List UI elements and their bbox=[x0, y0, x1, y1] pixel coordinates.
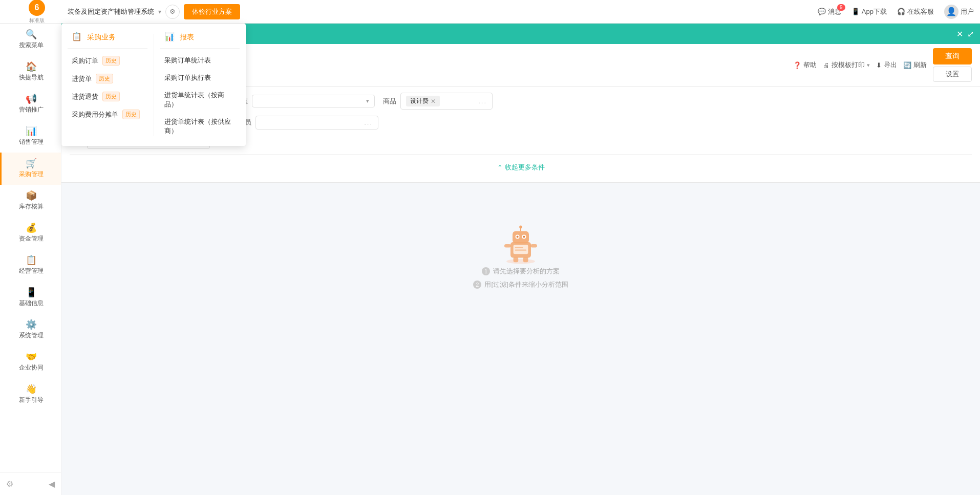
hint-number-1: 1 bbox=[482, 267, 490, 275]
print-button[interactable]: 🖨 按模板打印 ▾ bbox=[823, 60, 870, 70]
sidebar-item-search[interactable]: 🔍 搜索菜单 bbox=[0, 24, 61, 56]
goods-tag-close[interactable]: ✕ bbox=[431, 98, 436, 105]
notification-badge: 9 bbox=[837, 4, 845, 11]
sidebar-settings-button[interactable]: ⚙ bbox=[6, 479, 13, 489]
dropdown-item-stock-return[interactable]: 进货退货 历史 bbox=[68, 88, 147, 105]
filter-goods: 商品 设计费 ✕ ... bbox=[383, 93, 493, 110]
sidebar-label-marketing: 营销推广 bbox=[19, 105, 44, 114]
dropdown-item-stock-stats-goods[interactable]: 进货单统计表（按商品） bbox=[160, 87, 240, 113]
reports-col-title-text: 报表 bbox=[180, 33, 194, 42]
empty-hint-2: 2 用[过滤]条件来缩小分析范围 bbox=[473, 280, 568, 289]
sidebar-label-purchase: 采购管理 bbox=[19, 170, 44, 179]
sidebar-item-marketing[interactable]: 📢 营销推广 bbox=[0, 88, 61, 120]
refresh-button[interactable]: 🔄 刷新 bbox=[903, 60, 927, 70]
dropdown-item-po-execution[interactable]: 采购订单执行表 bbox=[160, 69, 240, 87]
purchase-icon: 🛒 bbox=[26, 159, 37, 168]
hint-text-2: 用[过滤]条件来缩小分析范围 bbox=[484, 280, 568, 289]
sidebar-bottom: ⚙ ◀ bbox=[0, 472, 61, 495]
chevron-down-icon[interactable]: ▾ bbox=[158, 8, 161, 15]
purchase-col-title-text: 采购业务 bbox=[87, 33, 116, 42]
gear-button[interactable]: ⚙ bbox=[165, 5, 180, 19]
collapse-button[interactable]: ⌃ 收起更多条件 bbox=[493, 159, 549, 176]
online-service-button[interactable]: 🎧 在线客服 bbox=[897, 7, 934, 16]
sidebar-item-system[interactable]: ⚙️ 系统管理 bbox=[0, 314, 61, 346]
sidebar-item-cooperation[interactable]: 🤝 企业协同 bbox=[0, 346, 61, 378]
print-icon: 🖨 bbox=[823, 61, 829, 69]
svg-rect-4 bbox=[515, 249, 526, 250]
status-input[interactable]: ▾ bbox=[252, 95, 375, 107]
sidebar-item-operations[interactable]: 📋 经营管理 bbox=[0, 249, 61, 282]
headset-icon: 🎧 bbox=[897, 8, 905, 15]
sidebar-item-guide[interactable]: 👋 新手引导 bbox=[0, 378, 61, 411]
tab-bar-right: ✕ ⤢ bbox=[956, 29, 980, 39]
status-dropdown-icon: ▾ bbox=[366, 98, 369, 104]
sidebar-item-basic-info[interactable]: 📱 基础信息 bbox=[0, 282, 61, 314]
dropdown-menu: 📋 采购业务 采购订单 历史 进货单 历史 进货退货 历史 采购费用分摊单 历史 bbox=[61, 24, 246, 146]
refresh-icon: 🔄 bbox=[903, 61, 911, 69]
svg-point-0 bbox=[506, 259, 535, 264]
hint-number-2: 2 bbox=[473, 281, 481, 289]
salesman-input[interactable]: ... bbox=[255, 116, 378, 130]
help-label: 帮助 bbox=[803, 60, 817, 70]
export-label: 导出 bbox=[884, 60, 897, 70]
sidebar-item-inventory[interactable]: 📦 库存核算 bbox=[0, 185, 61, 217]
basic-info-icon: 📱 bbox=[26, 288, 37, 297]
dropdown-item-stock-stats-supplier[interactable]: 进货单统计表（按供应商） bbox=[160, 113, 240, 140]
po-stats-label: 采购订单统计表 bbox=[164, 56, 211, 65]
svg-rect-5 bbox=[513, 231, 529, 243]
purchase-expense-history-badge: 历史 bbox=[122, 110, 140, 119]
stock-return-history-badge: 历史 bbox=[102, 92, 120, 101]
settings-button[interactable]: 设置 bbox=[933, 67, 972, 82]
query-button[interactable]: 查询 bbox=[933, 48, 972, 64]
export-icon: ⬇ bbox=[876, 61, 882, 69]
sidebar-item-quick-nav[interactable]: 🏠 快捷导航 bbox=[0, 56, 61, 88]
collapse-label: 收起更多条件 bbox=[505, 163, 545, 172]
top-bar: 6 标准版 装备及固定资产辅助管理系统 ▾ ⚙ 体验行业方案 💬 消息 9 📱 … bbox=[0, 0, 980, 24]
dropdown-purchase-title: 📋 采购业务 bbox=[68, 30, 147, 49]
goods-tag-label: 设计费 bbox=[410, 97, 429, 105]
sidebar-item-sales[interactable]: 📊 销售管理 bbox=[0, 120, 61, 153]
sidebar-label-search: 搜索菜单 bbox=[19, 41, 44, 50]
sidebar-label-cooperation: 企业协同 bbox=[19, 363, 44, 372]
system-icon: ⚙️ bbox=[26, 320, 37, 329]
sidebar-label-sales: 销售管理 bbox=[19, 138, 44, 146]
svg-point-8 bbox=[517, 236, 519, 238]
notification-button[interactable]: 💬 消息 9 bbox=[818, 7, 841, 16]
help-button[interactable]: ❓ 帮助 bbox=[793, 60, 817, 70]
app-download-button[interactable]: 📱 App下载 bbox=[851, 7, 887, 16]
operations-icon: 📋 bbox=[26, 255, 37, 265]
sidebar-item-finance[interactable]: 💰 资金管理 bbox=[0, 217, 61, 249]
tab-maximize-icon[interactable]: ⤢ bbox=[967, 29, 974, 39]
user-label: 用户 bbox=[961, 7, 974, 16]
print-arrow-icon: ▾ bbox=[867, 62, 870, 69]
salesman-dots: ... bbox=[364, 119, 373, 126]
logo-area: 6 标准版 bbox=[6, 0, 68, 24]
user-menu-button[interactable]: 👤 用户 bbox=[944, 5, 974, 19]
dropdown-item-purchase-expense[interactable]: 采购费用分摊单 历史 bbox=[68, 105, 147, 123]
sidebar-label-inventory: 库存核算 bbox=[19, 202, 44, 211]
sales-icon: 📊 bbox=[26, 126, 37, 136]
sidebar-label-guide: 新手引导 bbox=[19, 396, 44, 404]
svg-point-11 bbox=[519, 226, 522, 229]
system-title: 装备及固定资产辅助管理系统 bbox=[68, 7, 154, 16]
dropdown-reports-title: 📊 报表 bbox=[160, 30, 240, 49]
industry-button[interactable]: 体验行业方案 bbox=[184, 4, 240, 19]
purchase-order-history-badge: 历史 bbox=[102, 56, 120, 66]
goods-input[interactable]: 设计费 ✕ ... bbox=[400, 93, 493, 110]
tab-close-window-icon[interactable]: ✕ bbox=[956, 29, 963, 39]
online-service-label: 在线客服 bbox=[907, 7, 934, 16]
sidebar-collapse-button[interactable]: ◀ bbox=[49, 479, 55, 489]
dropdown-item-po-stats[interactable]: 采购订单统计表 bbox=[160, 52, 240, 69]
sidebar-label-operations: 经营管理 bbox=[19, 267, 44, 275]
search-icon: 🔍 bbox=[26, 30, 37, 39]
phone-icon: 📱 bbox=[851, 8, 860, 15]
finance-icon: 💰 bbox=[26, 223, 37, 232]
dropdown-col-purchase: 📋 采购业务 采购订单 历史 进货单 历史 进货退货 历史 采购费用分摊单 历史 bbox=[61, 30, 154, 140]
dropdown-item-purchase-order[interactable]: 采购订单 历史 bbox=[68, 52, 147, 70]
svg-rect-3 bbox=[515, 247, 523, 248]
sidebar-item-purchase[interactable]: 🛒 采购管理 bbox=[0, 153, 61, 185]
export-button[interactable]: ⬇ 导出 bbox=[876, 60, 897, 70]
dropdown-col-reports: 📊 报表 采购订单统计表 采购订单执行表 进货单统计表（按商品） 进货单统计表（… bbox=[154, 30, 246, 140]
dropdown-item-stock-in[interactable]: 进货单 历史 bbox=[68, 70, 147, 88]
top-right-actions: 💬 消息 9 📱 App下载 🎧 在线客服 👤 用户 bbox=[818, 5, 974, 19]
